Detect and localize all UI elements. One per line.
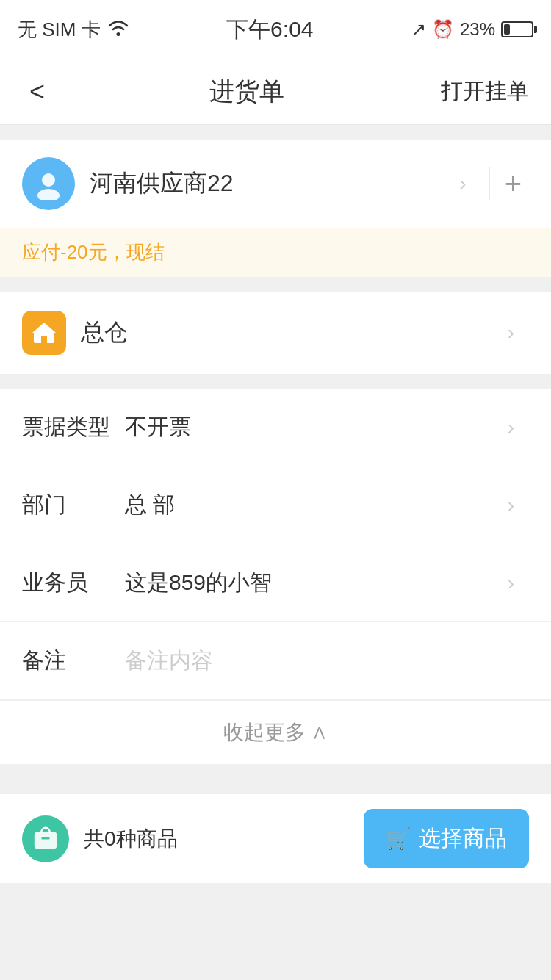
warehouse-chevron-icon: › — [508, 321, 514, 345]
supplier-chevron-icon: › — [459, 172, 466, 195]
invoice-value: 不开票 — [125, 412, 508, 442]
location-icon: ↗ — [411, 19, 426, 40]
warehouse-icon — [22, 311, 66, 355]
status-left: 无 SIM 卡 — [18, 17, 129, 43]
time-display: 下午6:04 — [226, 15, 313, 45]
department-value: 总 部 — [125, 490, 508, 520]
bottom-bar: 共0种商品 🛒 选择商品 — [0, 793, 551, 883]
svg-rect-6 — [41, 837, 49, 839]
remark-label: 备注 — [22, 646, 110, 676]
supplier-avatar — [22, 157, 75, 210]
open-pending-button[interactable]: 打开挂单 — [441, 76, 529, 107]
select-product-button[interactable]: 🛒 选择商品 — [364, 809, 529, 868]
invoice-chevron-icon: › — [508, 416, 514, 439]
supplier-row[interactable]: 河南供应商22 › + — [0, 140, 551, 228]
add-supplier-button[interactable]: + — [497, 167, 529, 201]
separator-3 — [0, 764, 551, 779]
page-title: 进货单 — [209, 75, 284, 109]
collapse-button[interactable]: 收起更多 ∧ — [0, 700, 551, 764]
remark-row[interactable]: 备注 备注内容 — [0, 622, 551, 700]
sales-chevron-icon: › — [508, 572, 514, 595]
separator-2 — [0, 374, 551, 389]
select-product-icon: 🛒 — [386, 826, 411, 851]
select-product-label: 选择商品 — [419, 824, 507, 854]
collapse-label: 收起更多 ∧ — [223, 718, 328, 746]
department-chevron-icon: › — [508, 494, 514, 517]
status-bar: 无 SIM 卡 下午6:04 ↗ ⏰ 23% — [0, 0, 551, 59]
warehouse-row[interactable]: 总仓 › — [0, 292, 551, 374]
invoice-label: 票据类型 — [22, 412, 110, 442]
nav-bar: < 进货单 打开挂单 — [0, 59, 551, 125]
invoice-row[interactable]: 票据类型 不开票 › — [0, 389, 551, 466]
wifi-icon — [108, 18, 129, 41]
svg-point-1 — [37, 189, 60, 200]
department-label: 部门 — [22, 490, 110, 520]
sales-label: 业务员 — [22, 568, 110, 598]
alarm-icon: ⏰ — [432, 19, 454, 40]
svg-rect-4 — [41, 336, 47, 343]
product-icon — [22, 815, 69, 862]
product-count-label: 共0种商品 — [84, 825, 349, 853]
svg-marker-3 — [32, 323, 56, 333]
svg-rect-5 — [35, 832, 57, 849]
separator-1 — [0, 277, 551, 292]
status-right: ↗ ⏰ 23% — [411, 19, 533, 40]
sales-value: 这是859的小智 — [125, 568, 508, 598]
notice-bar: 应付-20元，现结 — [0, 228, 551, 277]
supplier-name: 河南供应商22 — [90, 167, 459, 200]
sales-row[interactable]: 业务员 这是859的小智 › — [0, 544, 551, 622]
divider — [489, 167, 490, 200]
warehouse-name: 总仓 — [81, 317, 508, 349]
carrier-label: 无 SIM 卡 — [18, 17, 101, 43]
back-button[interactable]: < — [22, 69, 52, 115]
battery-icon — [501, 21, 533, 37]
form-section: 票据类型 不开票 › 部门 总 部 › 业务员 这是859的小智 › 备注 备注… — [0, 389, 551, 764]
top-separator — [0, 125, 551, 140]
supplier-section: 河南供应商22 › + 应付-20元，现结 — [0, 140, 551, 277]
notice-text: 应付-20元，现结 — [22, 241, 165, 263]
battery-percent: 23% — [460, 19, 495, 40]
warehouse-section[interactable]: 总仓 › — [0, 292, 551, 374]
page-background — [0, 883, 551, 980]
svg-point-0 — [42, 173, 55, 187]
remark-input[interactable]: 备注内容 — [125, 646, 529, 676]
department-row[interactable]: 部门 总 部 › — [0, 466, 551, 544]
